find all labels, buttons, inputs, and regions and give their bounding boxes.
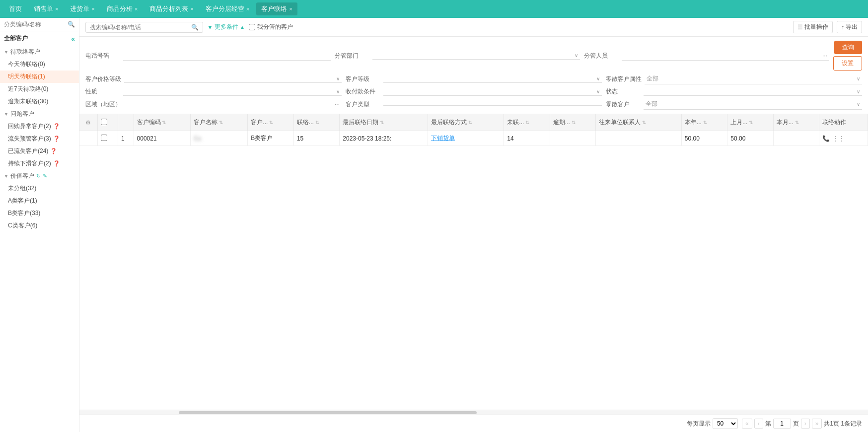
sidebar-search-input[interactable] [4, 21, 66, 28]
th-unit-contact[interactable]: 往来单位联系人 [596, 114, 681, 131]
th-customer-name[interactable]: 客户名称 [191, 114, 248, 131]
phone-input[interactable] [123, 51, 331, 61]
row-checkbox[interactable] [101, 135, 107, 141]
td-overdue [550, 131, 595, 146]
manager-select[interactable]: ··· [622, 51, 829, 61]
status-arrow-icon: ∨ [857, 89, 860, 94]
next-page-btn[interactable]: › [801, 419, 810, 429]
th-this-month[interactable]: 本月... [773, 114, 819, 131]
th-this-year[interactable]: 本年... [681, 114, 727, 131]
prev-page-btn[interactable]: ‹ [754, 419, 763, 429]
sidebar-item-declining[interactable]: 持续下滑客户(2) ❓ [0, 157, 79, 170]
area-select[interactable]: ··· [124, 100, 342, 109]
gender-label: 性质 [85, 87, 120, 96]
payment-select[interactable]: ∨ [383, 88, 602, 96]
filter-phone: 电话号码 [85, 51, 331, 61]
sidebar-item-a-class[interactable]: A类客户(1) [0, 195, 79, 207]
nav-close-customer-tier[interactable]: × [246, 6, 249, 12]
payment-label: 收付款条件 [346, 87, 380, 96]
th-last-contact-date[interactable]: 最后联络日期 [340, 114, 428, 131]
th-customer-code[interactable]: 客户编码 [134, 114, 191, 131]
value-group-refresh[interactable]: ↻ [36, 173, 41, 179]
scrollbar-thumb[interactable] [179, 411, 477, 414]
nav-close-customer-contact[interactable]: × [289, 6, 292, 12]
retail-attr-arrow-icon: ∨ [857, 76, 860, 81]
th-no-contact[interactable]: 未联... [504, 114, 550, 131]
table-wrap: ⚙ 客户编码 客户名称 客户... 联络... 最后联络日期 最后联络方式 未联… [79, 114, 868, 410]
nav-customer-tier[interactable]: 客户分层经营 × [201, 2, 254, 15]
th-contact-count[interactable]: 联络... [293, 114, 339, 131]
sidebar-item-churn-warning[interactable]: 流失预警客户(3) ❓ [0, 133, 79, 145]
sidebar-item-b-class[interactable]: B类客户(33) [0, 207, 79, 219]
sidebar-group-problem[interactable]: 问题客户 [0, 108, 79, 120]
nav-home[interactable]: 首页 [4, 2, 27, 15]
nav-product-analysis[interactable]: 商品分析 × [102, 2, 143, 15]
filter-more-btn[interactable]: ▼ 更多条件 ▲ [207, 23, 245, 31]
nav-customer-contact[interactable]: 客户联络 × [256, 2, 297, 15]
batch-action-btn[interactable]: ☰ 批量操作 [793, 21, 833, 33]
select-all-checkbox[interactable] [101, 119, 107, 125]
sidebar-item-churned[interactable]: 已流失客户(24) ❓ [0, 145, 79, 157]
last-contact-link[interactable]: 下销货单 [431, 135, 455, 142]
customer-name-text: Ea [194, 135, 201, 142]
first-page-btn[interactable]: « [742, 419, 752, 429]
sidebar-item-tomorrow[interactable]: 明天待联络(1) [0, 71, 79, 83]
nav-close-product-analysis-list[interactable]: × [190, 6, 193, 12]
nav-sales[interactable]: 销售单 × [29, 2, 63, 15]
horizontal-scrollbar[interactable] [79, 410, 868, 415]
th-last-month[interactable]: 上月... [727, 114, 773, 131]
th-overdue[interactable]: 逾期... [550, 114, 595, 131]
value-group-edit[interactable]: ✎ [43, 173, 47, 179]
th-last-contact-method[interactable]: 最后联络方式 [428, 114, 504, 131]
nav-close-product-analysis[interactable]: × [135, 6, 138, 12]
nav-close-sales[interactable]: × [55, 6, 58, 12]
status-select[interactable]: ∨ [644, 88, 862, 96]
td-no-contact: 14 [504, 131, 550, 146]
sidebar-collapse-btn[interactable]: « [71, 35, 75, 43]
nav-purchase[interactable]: 进货单 × [65, 2, 99, 15]
customer-type-select[interactable] [383, 103, 602, 106]
dept-select[interactable]: ∨ [372, 52, 580, 60]
th-gear[interactable]: ⚙ [79, 114, 97, 131]
sidebar-item-overdue[interactable]: 逾期未联络(30) [0, 95, 79, 108]
export-btn[interactable]: ↑ 导出 [837, 21, 862, 33]
payment-arrow-icon: ∨ [596, 89, 600, 94]
th-customer-type[interactable]: 客户... [248, 114, 293, 131]
sidebar-group-pending[interactable]: 待联络客户 [0, 46, 79, 58]
sidebar-item-ungrouped[interactable]: 未分组(32) [0, 182, 79, 195]
sidebar-search-icon[interactable]: 🔍 [68, 21, 75, 28]
dept-label: 分管部门 [335, 52, 369, 60]
retail-customer-select[interactable]: 全部 ∨ [644, 99, 862, 110]
my-customers-check[interactable]: 我分管的客户 [249, 23, 293, 31]
th-checkbox[interactable] [97, 114, 118, 131]
sidebar-item-7days[interactable]: 近7天待联络(0) [0, 83, 79, 95]
sidebar-item-repurchase[interactable]: 回购异常客户(2) ❓ [0, 120, 79, 133]
main-layout: 🔍 全部客户 « 待联络客户 今天待联络(0) 明天待联络(1) 近7天待联络(… [0, 18, 868, 432]
row-action-more-icon[interactable]: ⋮⋮ [833, 135, 845, 142]
value-level-select[interactable]: ∨ [124, 75, 342, 83]
content-area: 🔍 ▼ 更多条件 ▲ 我分管的客户 ☰ 批量操作 ↑ 导出 [79, 18, 868, 432]
filter-value-level: 客户价格等级 ∨ [85, 75, 342, 83]
th-no [118, 114, 134, 131]
customer-level-select[interactable]: ∨ [383, 75, 602, 83]
gender-select[interactable]: ∨ [123, 88, 342, 96]
page-input[interactable] [773, 419, 791, 429]
search-input[interactable] [90, 24, 189, 31]
last-page-btn[interactable]: » [812, 419, 822, 429]
td-checkbox[interactable] [97, 131, 118, 146]
row-action-phone-icon[interactable]: 📞 [822, 135, 830, 142]
my-customers-checkbox[interactable] [249, 24, 255, 30]
page-size-select[interactable]: 50 10 20 100 [713, 418, 738, 429]
filter-status: 状态 ∨ [606, 87, 862, 96]
nav-close-purchase[interactable]: × [91, 6, 94, 12]
page-label: 第 [765, 420, 771, 428]
search-btn-icon[interactable]: 🔍 [191, 24, 199, 31]
gear-settings-icon[interactable]: ⚙ [85, 119, 91, 126]
query-button[interactable]: 查询 [834, 41, 862, 54]
sidebar-item-c-class[interactable]: C类客户(6) [0, 219, 79, 232]
sidebar-item-today[interactable]: 今天待联络(0) [0, 58, 79, 71]
setting-button[interactable]: 设置 [833, 56, 862, 71]
nav-product-analysis-list[interactable]: 商品分析列表 × [145, 2, 198, 15]
retail-attr-select[interactable]: 全部 ∨ [645, 73, 862, 84]
sidebar-group-value[interactable]: 价值客户 ↻ ✎ [0, 170, 79, 182]
